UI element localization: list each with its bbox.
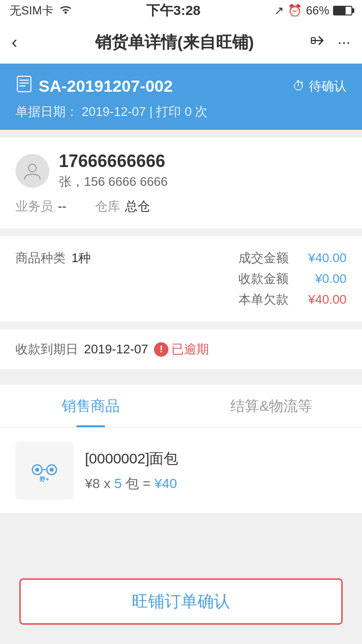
carrier-text: 无SIM卡 [10,3,54,18]
order-id-section: SA-20191207-002 [15,75,173,97]
transaction-value: ¥40.00 [298,251,347,266]
due-date-label: 收款到期日 [15,341,78,358]
tab-settlement-label: 结算&物流等 [230,396,312,416]
svg-point-7 [50,468,54,472]
tabs-container: 销售商品 结算&物流等 [0,385,362,427]
due-date-value: 2019-12-07 [84,342,148,357]
transaction-label: 成交金额 [238,250,289,266]
order-icon [15,75,33,97]
bottom-bar: 旺铺订单确认 [0,569,362,644]
product-thumbnail: 野+ [15,442,73,500]
customer-card: 17666666666 张，156 6666 6666 业务员 -- 仓库 总仓 [0,138,362,228]
product-name: [0000002]面包 [85,449,347,469]
warehouse-meta: 仓库 总仓 [95,198,150,215]
status-text: 待确认 [309,78,347,95]
order-header-card: SA-20191207-002 ⏱ 待确认 单据日期： 2019-12-07 |… [0,64,362,130]
product-total: ¥40 [154,476,177,491]
overdue-icon: ! [154,342,168,357]
share-icon[interactable] [308,32,326,53]
product-type-label: 商品种类 [15,250,66,266]
tab-sales-product[interactable]: 销售商品 [0,385,181,427]
summary-card: 商品种类 1种 成交金额 ¥40.00 收款金额 ¥0.00 本单欠款 ¥40.… [0,236,362,322]
product-type-value: 1种 [71,250,91,266]
status-left: 无SIM卡 [10,3,73,18]
customer-avatar [15,154,49,188]
product-info: [0000002]面包 ¥8 x 5 包 = ¥40 [85,449,347,493]
status-clock-icon: ⏱ [292,79,305,94]
tab-underline [76,425,105,427]
sales-value: -- [58,199,66,214]
svg-point-3 [28,164,36,172]
page-title: 销货单详情(来自旺铺) [95,31,254,54]
product-qty: 5 [114,476,122,491]
customer-meta: 业务员 -- 仓库 总仓 [15,198,347,215]
order-header-top: SA-20191207-002 ⏱ 待确认 [15,75,347,97]
battery-percent: 66% [306,4,329,17]
summary-left: 商品种类 1种 [15,250,91,266]
owed-label: 本单欠款 [238,291,289,308]
tabs-row: 销售商品 结算&物流等 [0,385,362,427]
divider [0,377,362,385]
due-date-card: 收款到期日 2019-12-07 ! 已逾期 [0,329,362,369]
wifi-icon [58,4,73,17]
overdue-text: 已逾期 [171,341,209,358]
customer-top: 17666666666 张，156 6666 6666 [15,151,347,190]
svg-rect-2 [17,76,31,92]
owed-value: ¥40.00 [298,292,347,307]
product-card: 野+ [0000002]面包 ¥8 x 5 包 = ¥40 [0,428,362,513]
overdue-badge: ! 已逾期 [154,341,209,358]
status-time: 下午3:28 [146,1,200,20]
received-value: ¥0.00 [298,271,347,286]
svg-point-0 [64,12,67,14]
more-icon[interactable]: ··· [337,33,350,51]
status-bar: 无SIM卡 下午3:28 ↗ ⏰ 66% [0,0,362,21]
customer-name: 张，156 6666 6666 [59,173,168,190]
order-date-line: 单据日期： 2019-12-07 | 打印 0 次 [15,103,347,120]
order-status: ⏱ 待确认 [292,78,347,95]
order-id: SA-20191207-002 [39,77,173,96]
nav-bar: ‹ 销货单详情(来自旺铺) ··· [0,21,362,64]
location-icon: ↗ [274,4,284,17]
received-label: 收款金额 [238,270,289,287]
alarm-icon: ⏰ [288,4,302,17]
tab-sales-label: 销售商品 [62,396,120,416]
sales-label: 业务员 [15,198,53,215]
svg-text:野+: 野+ [40,476,49,483]
back-button[interactable]: ‹ [12,32,41,53]
sales-meta: 业务员 -- [15,198,66,215]
received-row: 收款金额 ¥0.00 [238,270,347,287]
customer-phone: 17666666666 [59,151,168,171]
status-right: ↗ ⏰ 66% [274,4,352,17]
warehouse-label: 仓库 [95,198,120,215]
product-qty-unit: 包 [125,476,139,491]
svg-point-5 [35,468,39,472]
product-price: ¥8 [85,476,100,491]
confirm-button[interactable]: 旺铺订单确认 [19,578,343,625]
customer-info: 17666666666 张，156 6666 6666 [59,151,168,190]
nav-actions: ··· [308,32,350,53]
transaction-row: 成交金额 ¥40.00 [238,250,347,266]
summary-right: 成交金额 ¥40.00 收款金额 ¥0.00 本单欠款 ¥40.00 [238,250,347,308]
product-price-line: ¥8 x 5 包 = ¥40 [85,475,347,493]
tab-settlement[interactable]: 结算&物流等 [181,385,362,427]
battery-icon [333,6,352,15]
owed-row: 本单欠款 ¥40.00 [238,291,347,308]
warehouse-value: 总仓 [125,198,150,215]
